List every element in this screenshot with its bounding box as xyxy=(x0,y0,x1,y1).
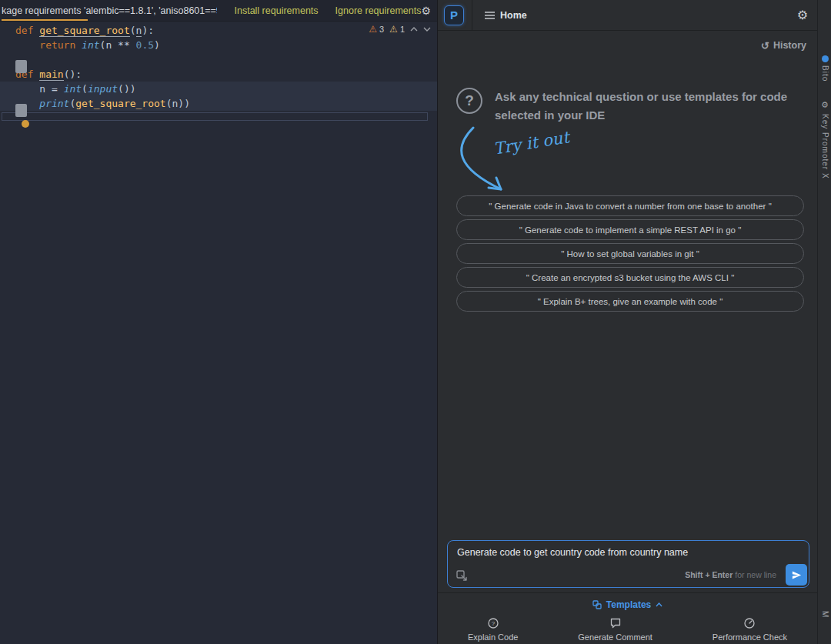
suggestion-button[interactable]: " Generate code to implement a simple RE… xyxy=(456,219,804,240)
explain-code-icon: ? xyxy=(487,617,499,629)
warning-count-label: 1 xyxy=(400,25,405,34)
templates-label: Templates xyxy=(606,599,651,610)
bito-toolwindow-label: Bito xyxy=(821,65,829,82)
gutter-run-marker[interactable] xyxy=(15,104,27,117)
key-promoter-icon: ⚙ xyxy=(821,100,829,109)
bito-toolwindow-icon xyxy=(822,55,829,62)
previous-problem-chevron-up-icon[interactable] xyxy=(410,26,418,32)
caret-line[interactable] xyxy=(2,112,428,121)
key-promoter-label: Key Promoter X xyxy=(821,114,829,179)
editor-pane: kage requirements 'alembic==1.8.1', 'ani… xyxy=(0,0,437,644)
plugin-logo[interactable]: P xyxy=(444,5,464,25)
history-icon: ↺ xyxy=(761,40,769,52)
history-label: History xyxy=(773,40,806,51)
ignore-requirements-link[interactable]: Ignore requirements xyxy=(335,5,422,16)
code-line[interactable]: def main(): xyxy=(0,67,437,82)
requirements-message: kage requirements 'alembic==1.8.1', 'ani… xyxy=(2,5,217,16)
code-line[interactable]: n = int(input()) xyxy=(0,82,437,96)
tool-window-strip: Bito ⚙ Key Promoter X M xyxy=(817,0,831,644)
template-performance-check[interactable]: Performance Check xyxy=(713,617,787,642)
suggestion-list: " Generate code in Java to convert a num… xyxy=(438,195,817,315)
toolwindow-bito[interactable]: Bito xyxy=(818,55,831,82)
intro-text: Ask any technical question or use templa… xyxy=(495,88,799,125)
hamburger-menu-icon xyxy=(485,12,495,19)
svg-text:?: ? xyxy=(491,620,495,627)
assistant-panel: P Home ⚙ ↺ History ? Ask an xyxy=(437,0,817,644)
templates-toggle[interactable]: Templates xyxy=(438,599,817,610)
suggestion-button[interactable]: " Create an encrypted s3 bucket using th… xyxy=(456,267,804,288)
suggestion-button[interactable]: " Generate code in Java to convert a num… xyxy=(456,195,804,216)
toolwindow-bottom-label: M xyxy=(821,611,829,618)
suggestion-button[interactable]: " Explain B+ trees, give an example with… xyxy=(456,291,804,312)
hint-shift-enter: Shift + Enter xyxy=(685,570,733,579)
code-editor[interactable]: def get_square_root(n): return int(n ** … xyxy=(0,22,437,121)
try-it-out-block: Try it out xyxy=(438,125,817,195)
performance-gauge-icon xyxy=(743,617,756,629)
tab-home-label: Home xyxy=(500,10,527,21)
error-icon: ⚠ xyxy=(369,24,377,35)
code-line[interactable]: return int(n ** 0.5) xyxy=(0,38,437,52)
insert-code-icon[interactable] xyxy=(456,569,468,582)
toolwindow-key-promoter[interactable]: ⚙ Key Promoter X xyxy=(818,97,831,179)
toolwindow-bottom[interactable]: M xyxy=(818,608,831,618)
warning-count[interactable]: ⚠ 1 xyxy=(389,24,405,35)
template-explain-code[interactable]: ? Explain Code xyxy=(468,617,518,642)
send-button[interactable] xyxy=(786,564,807,586)
assistant-header: P Home ⚙ xyxy=(438,0,817,31)
prompt-input-box: Generate code to get country code from c… xyxy=(447,540,809,588)
warning-icon: ⚠ xyxy=(389,24,398,35)
requirements-banner: kage requirements 'alembic==1.8.1', 'ani… xyxy=(0,0,437,22)
template-label: Explain Code xyxy=(468,632,518,642)
history-row: ↺ History xyxy=(438,31,817,54)
panel-spacer xyxy=(438,315,817,540)
hint-rest: for new line xyxy=(735,570,776,579)
next-problem-chevron-down-icon[interactable] xyxy=(423,26,431,32)
requirements-settings-gear-icon[interactable]: ⚙ xyxy=(421,5,431,17)
template-generate-comment[interactable]: Generate Comment xyxy=(578,617,652,642)
header-divider xyxy=(472,0,472,31)
error-count-label: 3 xyxy=(379,25,384,34)
settings-gear-icon[interactable]: ⚙ xyxy=(797,8,808,22)
error-count[interactable]: ⚠ 3 xyxy=(369,24,384,35)
send-icon xyxy=(791,569,803,581)
templates-bar: Templates ? Explain Code Gen xyxy=(438,592,817,644)
template-label: Performance Check xyxy=(713,632,787,642)
inspections-widget: ⚠ 3 ⚠ 1 xyxy=(369,24,431,35)
banner-underline xyxy=(2,19,88,21)
templates-row: ? Explain Code Generate Comment Performa xyxy=(438,617,817,642)
comment-icon xyxy=(609,617,622,629)
prompt-input[interactable]: Generate code to get country code from c… xyxy=(457,547,796,562)
code-line[interactable]: print(get_square_root(n)) xyxy=(0,96,437,111)
chevron-up-icon xyxy=(656,602,662,607)
templates-icon xyxy=(592,600,602,609)
question-circle-icon: ? xyxy=(456,88,482,114)
suggestion-button[interactable]: " How to set global variables in git " xyxy=(456,243,804,264)
plugin-logo-letter: P xyxy=(450,8,458,22)
code-line[interactable] xyxy=(0,52,437,67)
install-requirements-link[interactable]: Install requirements xyxy=(234,5,318,16)
gutter-run-marker[interactable] xyxy=(15,60,27,73)
ide-window: kage requirements 'alembic==1.8.1', 'ani… xyxy=(0,0,831,644)
newline-hint: Shift + Enterfor new line xyxy=(685,570,776,579)
question-glyph: ? xyxy=(465,92,474,109)
breakpoint-icon[interactable] xyxy=(22,120,29,128)
tab-home[interactable]: Home xyxy=(480,0,532,31)
intro-block: ? Ask any technical question or use temp… xyxy=(456,88,799,125)
template-label: Generate Comment xyxy=(578,632,652,642)
history-button[interactable]: ↺ History xyxy=(761,40,806,52)
